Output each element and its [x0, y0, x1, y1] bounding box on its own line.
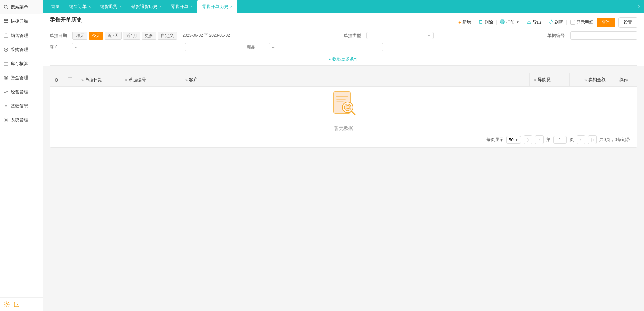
per-page-value: 50 [509, 137, 513, 142]
tab-sales-return[interactable]: 销货退货 × [95, 0, 126, 13]
col-action: 操作 [610, 73, 637, 86]
tab-retail-open-history-label: 零售开单历史 [202, 4, 228, 10]
quick-nav-icon [3, 19, 9, 24]
tab-sales-order-close[interactable]: × [89, 5, 91, 9]
svg-rect-21 [479, 21, 482, 23]
window-close-btn[interactable]: × [638, 4, 641, 10]
collapse-sidebar-icon[interactable] [13, 301, 20, 308]
collapse-button[interactable]: ∧ 收起更多条件 [329, 56, 358, 62]
sort-amount-icon: ⇅ [584, 78, 587, 82]
order-no-input[interactable] [570, 31, 637, 40]
sidebar-item-inventory[interactable]: 库存核算 [0, 57, 43, 71]
date-btn-1month[interactable]: 近1月 [123, 32, 140, 40]
page-suffix: 页 [569, 137, 574, 143]
customer-select[interactable]: ··· [72, 43, 186, 51]
display-checkbox[interactable] [570, 20, 575, 25]
svg-rect-27 [336, 99, 346, 100]
tab-sales-return-history-close[interactable]: × [159, 5, 161, 9]
display-toggle[interactable]: 显示明细 [570, 19, 594, 25]
svg-line-31 [352, 111, 355, 115]
content-area: 零售开单历史 + 新增 [43, 13, 644, 311]
empty-state: 暂无数据 [50, 87, 637, 132]
sidebar-item-ops-mgmt[interactable]: 经营管理 [0, 85, 43, 99]
prev-page-btn[interactable]: ‹ [535, 135, 544, 144]
settings-bottom-icon[interactable] [3, 301, 10, 308]
col-settings[interactable]: ⚙ [50, 74, 63, 86]
sidebar-item-quick-nav[interactable]: 快捷导航 [0, 14, 43, 29]
print-button[interactable]: 打印 ▼ [500, 19, 519, 25]
order-type-select[interactable]: ▼ [366, 32, 434, 39]
sidebar-item-purchase-mgmt[interactable]: 采购管理 [0, 43, 43, 57]
date-btn-custom-label: 自定义 [161, 33, 174, 38]
settings-button[interactable]: 设置 [618, 17, 637, 28]
display-label: 显示明细 [576, 19, 594, 25]
tab-sales-order[interactable]: 销售订单 × [64, 0, 95, 13]
goods-select[interactable]: ··· [269, 43, 383, 51]
per-page-select[interactable]: 50 ▼ [506, 136, 521, 144]
window-close-icon[interactable]: × [638, 4, 641, 10]
delete-label: 删除 [484, 19, 493, 25]
tab-home[interactable]: 首页 [46, 0, 64, 13]
main-area: 首页 销售订单 × 销货退货 × 销货退货历史 × 零售开单 × 零售开单历史 … [43, 0, 644, 311]
svg-point-17 [4, 118, 8, 122]
prev-page-icon: ‹ [538, 137, 540, 142]
delete-icon [478, 19, 483, 25]
date-btn-1month-label: 近1月 [126, 33, 137, 38]
tab-retail-open-history-close[interactable]: × [230, 5, 232, 9]
tab-retail-open-history[interactable]: 零售开单历史 × [197, 0, 237, 13]
sidebar-bottom [0, 297, 43, 311]
per-page-dropdown-icon: ▼ [515, 138, 518, 142]
tab-sales-return-close[interactable]: × [119, 5, 121, 9]
svg-rect-4 [4, 22, 6, 23]
delete-button[interactable]: 删除 [478, 19, 493, 25]
settings-gear-icon[interactable]: ⚙ [54, 77, 59, 83]
col-guide-label: 导购员 [538, 77, 551, 83]
next-page-btn[interactable]: › [577, 135, 585, 144]
table-container: ⚙ ⇅ 单据日期 ⇅ 单据编号 ⇅ 客户 [50, 73, 637, 148]
print-icon [500, 19, 505, 25]
refresh-button[interactable]: 刷新 [548, 19, 563, 25]
top-nav: 首页 销售订单 × 销货退货 × 销货退货历史 × 零售开单 × 零售开单历史 … [43, 0, 644, 13]
sidebar-search[interactable]: 搜索菜单 [0, 0, 43, 14]
page-label: 第 [546, 137, 551, 143]
last-page-btn[interactable]: ⟩⟩ [588, 135, 597, 144]
filter-row-2: 客户 ··· 商品 ··· [50, 43, 637, 51]
col-guide[interactable]: ⇅ 导购员 [530, 73, 570, 86]
tab-retail-open-close[interactable]: × [190, 5, 192, 9]
print-dropdown-icon[interactable]: ▼ [516, 20, 519, 24]
date-btn-more[interactable]: 更多 [142, 32, 156, 40]
date-btn-7days[interactable]: 近7天 [105, 32, 122, 40]
export-button[interactable]: 导出 [527, 19, 541, 25]
sidebar-item-sys-mgmt[interactable]: 系统管理 [0, 113, 43, 127]
sidebar-item-finance[interactable]: ¥ 资金管理 [0, 71, 43, 85]
sidebar-item-sales-mgmt[interactable]: 销售管理 [0, 29, 43, 43]
date-btn-custom[interactable]: 自定义 [158, 32, 177, 40]
table-section: ⚙ ⇅ 单据日期 ⇅ 单据编号 ⇅ 客户 [43, 66, 644, 311]
col-customer-label: 客户 [189, 77, 198, 83]
sort-customer-icon: ⇅ [185, 78, 188, 82]
page-number-input[interactable] [553, 136, 567, 144]
sidebar-item-basic-info[interactable]: 基础信息 [0, 99, 43, 113]
tab-sales-return-history[interactable]: 销货退货历史 × [127, 0, 166, 13]
col-order-no[interactable]: ⇅ 单据编号 [120, 73, 181, 86]
col-checkbox [63, 74, 77, 86]
sales-mgmt-icon [3, 33, 9, 38]
tab-retail-open-label: 零售开单 [171, 4, 188, 10]
col-amount[interactable]: ⇅ 实销金额 [570, 73, 610, 86]
add-button[interactable]: + 新增 [458, 19, 471, 25]
sidebar-item-label-ops-mgmt: 经营管理 [11, 89, 28, 95]
query-button[interactable]: 查询 [597, 18, 615, 27]
date-btn-today[interactable]: 今天 [89, 32, 103, 40]
first-page-btn[interactable]: ⟨⟨ [524, 135, 532, 144]
query-label: 查询 [602, 20, 610, 25]
basic-info-icon [3, 103, 9, 109]
svg-rect-26 [336, 96, 348, 97]
pagination: 每页显示 50 ▼ ⟨⟨ ‹ 第 页 › [50, 132, 637, 147]
date-btn-yesterday[interactable]: 昨天 [72, 32, 87, 40]
header-checkbox[interactable] [68, 77, 72, 82]
tab-retail-open[interactable]: 零售开单 × [166, 0, 197, 13]
sidebar-item-label-quick-nav: 快捷导航 [11, 18, 28, 24]
col-date[interactable]: ⇅ 单据日期 [77, 73, 120, 86]
col-customer[interactable]: ⇅ 客户 [181, 73, 530, 86]
empty-text: 暂无数据 [334, 125, 353, 132]
